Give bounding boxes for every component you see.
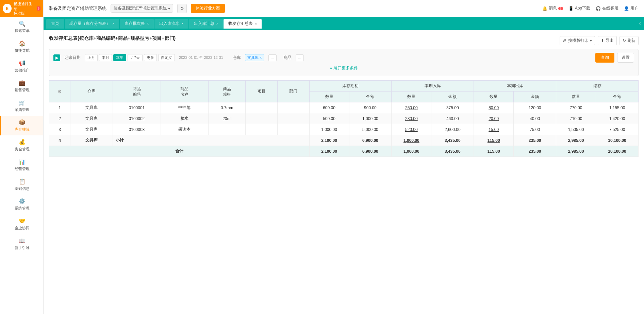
filter-settings-btn[interactable]: 设置 <box>617 53 634 63</box>
tab-batch[interactable]: 库存批次账× <box>120 19 154 29</box>
subtotal-out-qty[interactable]: 115.00 <box>474 135 514 146</box>
col-in-header: 本期入库 <box>392 81 474 92</box>
col-out-amt-header: 金额 <box>514 92 556 102</box>
total-balance-amt: 10,100.00 <box>596 146 639 157</box>
tab-close-recv-send[interactable]: × <box>255 22 257 26</box>
row-warehouse-0: 文具库 <box>70 102 113 113</box>
tab-recv-send[interactable]: 收发存汇总表× <box>224 19 262 29</box>
enterprise-icon: 🤝 <box>19 218 26 224</box>
col-code-header: 商品编码 <box>113 81 161 102</box>
tab-label-inout-flow: 出入库流水 <box>159 21 180 27</box>
date-btn-last-month[interactable]: 上月 <box>85 54 98 61</box>
row-out-qty-2[interactable]: 15.00 <box>474 124 514 135</box>
export-icon: ⬇ <box>601 38 604 43</box>
notifications-btn[interactable]: 🔔 消息 6 <box>542 5 563 11</box>
row-project-1 <box>246 113 278 124</box>
row-opening-qty-2: 1,000.00 <box>309 124 349 135</box>
subtotal-warehouse: 文具库 <box>70 135 113 146</box>
refresh-icon: ↻ <box>623 38 626 43</box>
sidebar-item-system[interactable]: ⚙️系统管理 <box>0 195 43 214</box>
col-opening-header: 库存期初 <box>309 81 392 92</box>
tab-close-batch[interactable]: × <box>147 22 149 26</box>
online-support-btn[interactable]: 🎧 在线客服 <box>596 5 618 11</box>
sidebar-item-sales[interactable]: 💼销售管理 <box>0 76 43 96</box>
row-name-1: 胶水 <box>161 113 208 124</box>
export-btn[interactable]: ⬇ 导出 <box>598 36 617 45</box>
quick-icon: 🏠 <box>19 40 26 47</box>
date-btn-more[interactable]: 更多 <box>144 54 157 61</box>
tab-home[interactable]: 首页 <box>46 19 64 29</box>
subtotal-in-qty[interactable]: 1,000.00 <box>392 135 431 146</box>
sidebar-item-quick[interactable]: 🏠快捷导航 <box>0 37 43 56</box>
query-btn[interactable]: 查询 <box>595 53 614 63</box>
filter-row-1: ▶ 记账日期 上月 本月 本年 近7天 更多 自定义 2023-01-01 至 … <box>53 53 634 63</box>
total-in-amt: 3,435.00 <box>431 146 474 157</box>
data-table: ⚙ 仓库 商品编码 商品名称 商品规格 项目 部门 库存期初 本期入库 本期出库… <box>49 80 639 157</box>
tab-close-stock-dist[interactable]: × <box>112 22 114 26</box>
date-btn-this-month[interactable]: 本月 <box>99 54 112 61</box>
date-btn-this-year[interactable]: 本年 <box>113 54 126 61</box>
tab-stock-dist[interactable]: 现存量（库存分布表）× <box>65 19 119 29</box>
app-download-label: App下载 <box>575 5 590 11</box>
system-icon: ⚙️ <box>19 198 26 204</box>
subtotal-opening-amt: 6,900.00 <box>349 135 392 146</box>
date-btn-7days[interactable]: 近7天 <box>128 54 143 61</box>
date-btn-custom[interactable]: 自定义 <box>158 54 175 61</box>
app-download-btn[interactable]: 📱 App下载 <box>568 5 590 11</box>
col-warehouse-header: 仓库 <box>70 81 113 102</box>
warehouse-tag-close[interactable]: × <box>260 56 262 60</box>
print-btn[interactable]: 🖨 按模版打印 ▾ <box>560 36 595 45</box>
system-selector[interactable]: 装备及固定资产辅助管理系统 ▾ <box>111 4 173 13</box>
table-row: 3 文具库 0100003 采访本 1,000.00 5,000.00 520.… <box>49 124 639 135</box>
total-opening-qty: 2,100.00 <box>309 146 349 157</box>
sidebar-item-inventory[interactable]: 📦库存核算 <box>0 116 43 135</box>
sidebar-item-finance[interactable]: 💰资金管理 <box>0 135 43 155</box>
row-in-amt-2: 2,600.00 <box>431 124 474 135</box>
sidebar-item-label-enterprise: 企业协同 <box>15 226 30 231</box>
sidebar-item-newbie[interactable]: 📖新手引导 <box>0 234 43 254</box>
sidebar-item-base[interactable]: 📋基础信息 <box>0 175 43 195</box>
user-btn[interactable]: 👤 用户 <box>624 5 639 11</box>
sidebar-item-marketing[interactable]: 📢营销推广 <box>0 56 43 76</box>
content-area: 收发存汇总表(按仓库+商品编码+商品+规格型号+项目+部门) 🖨 按模版打印 ▾… <box>44 30 644 314</box>
chevron-down-icon: ▾ <box>168 6 170 11</box>
total-row: 合计 2,100.00 6,900.00 1,000.00 3,435.00 1… <box>49 146 639 157</box>
sidebar-item-enterprise[interactable]: 🤝企业协同 <box>0 214 43 234</box>
row-num-2: 3 <box>49 124 70 135</box>
col-balance-amt-header: 金额 <box>596 92 639 102</box>
tab-label-inout-summary: 出入库汇总 <box>194 21 214 27</box>
sidebar-item-label-search: 搜索菜单 <box>15 28 30 33</box>
filter-expand-icon[interactable]: ▶ <box>53 54 60 61</box>
subtotal-balance-qty: 2,985.00 <box>556 135 596 146</box>
row-in-qty-0[interactable]: 250.00 <box>392 102 431 113</box>
row-in-qty-2[interactable]: 520.00 <box>392 124 431 135</box>
tab-inout-summary[interactable]: 出入库汇总× <box>189 19 223 29</box>
table-settings-icon[interactable]: ⚙ <box>57 89 62 94</box>
row-balance-amt-1: 1,420.00 <box>596 113 639 124</box>
experience-btn[interactable]: 体验行业方案 <box>191 4 225 13</box>
tab-inout-flow[interactable]: 出入库流水× <box>154 19 188 29</box>
sidebar-item-purchase[interactable]: 🛒采购管理 <box>0 96 43 116</box>
tab-label-stock-dist: 现存量（库存分布表） <box>69 21 110 27</box>
purchase-icon: 🛒 <box>19 99 26 106</box>
sidebar-item-label-sales: 销售管理 <box>15 87 30 93</box>
tab-close-inout-summary[interactable]: × <box>216 22 218 26</box>
sidebar-item-search[interactable]: 🔍搜索菜单 <box>0 17 43 37</box>
row-out-qty-0[interactable]: 80.00 <box>474 102 514 113</box>
tab-close-inout-flow[interactable]: × <box>182 22 184 26</box>
row-out-qty-1[interactable]: 20.00 <box>474 113 514 124</box>
close-all-tabs-btn[interactable]: × <box>639 21 641 26</box>
goods-more-btn[interactable]: ... <box>296 54 304 61</box>
row-in-qty-1[interactable]: 230.00 <box>392 113 431 124</box>
total-out-qty: 115.00 <box>474 146 514 157</box>
col-opening-amt-header: 金额 <box>349 92 392 102</box>
row-num-0: 1 <box>49 102 70 113</box>
warehouse-label: 仓库 <box>233 55 241 61</box>
warehouse-more-btn[interactable]: ... <box>268 54 277 61</box>
settings-icon[interactable]: ⚙ <box>177 4 187 13</box>
sidebar-item-business[interactable]: 📊经营管理 <box>0 155 43 175</box>
refresh-btn[interactable]: ↻ 刷新 <box>620 36 639 45</box>
expand-conditions-btn[interactable]: ▾ 展开更多条件 <box>330 64 358 72</box>
total-balance-qty: 2,985.00 <box>556 146 596 157</box>
row-spec-1: 20ml <box>209 113 246 124</box>
